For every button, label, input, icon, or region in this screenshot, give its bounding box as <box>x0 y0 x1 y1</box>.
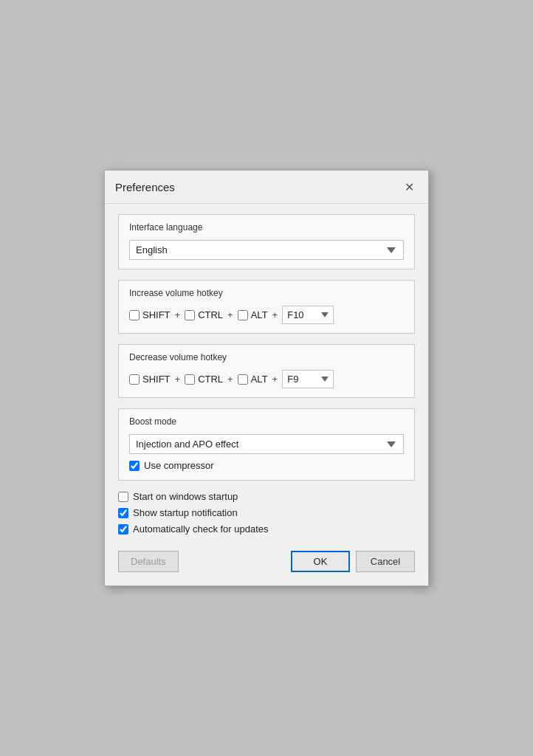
increase-key-select[interactable]: F1F2F3F4 F5F6F7F8 F9F10F11F12 <box>282 306 334 324</box>
ok-button[interactable]: OK <box>291 551 350 572</box>
decrease-alt-checkbox[interactable] <box>238 374 248 385</box>
startup-row: Start on windows startup <box>118 491 415 502</box>
decrease-hotkey-section: Decrease volume hotkey SHIFT + CTRL + AL… <box>118 344 415 398</box>
decrease-plus2: + <box>227 374 233 385</box>
decrease-ctrl-checkbox[interactable] <box>185 374 195 385</box>
dialog-body: Interface language English French German… <box>105 204 428 585</box>
decrease-hotkey-row: SHIFT + CTRL + ALT + F1F2F3F4 F5F6F7F8 F… <box>129 370 404 388</box>
decrease-shift-label: SHIFT <box>142 374 171 385</box>
startup-checkbox[interactable] <box>118 492 128 502</box>
interface-language-label: Interface language <box>129 222 404 233</box>
interface-language-section: Interface language English French German… <box>118 214 415 269</box>
button-row: Defaults OK Cancel <box>118 546 415 575</box>
boost-mode-section: Boost mode Injection and APO effect Inje… <box>118 408 415 481</box>
defaults-button[interactable]: Defaults <box>118 551 179 572</box>
boost-mode-select[interactable]: Injection and APO effect Injection only … <box>129 434 404 454</box>
decrease-ctrl-label: CTRL <box>198 374 223 385</box>
language-select[interactable]: English French German Spanish <box>129 240 404 260</box>
preferences-dialog: Preferences ✕ Interface language English… <box>104 170 429 586</box>
decrease-alt-label: ALT <box>251 374 268 385</box>
increase-hotkey-label: Increase volume hotkey <box>129 288 404 298</box>
decrease-ctrl-group: CTRL <box>185 374 223 385</box>
decrease-plus3: + <box>272 374 278 385</box>
decrease-hotkey-label: Decrease volume hotkey <box>129 352 404 362</box>
increase-alt-group: ALT <box>238 309 268 320</box>
increase-plus2: + <box>227 309 233 320</box>
increase-alt-label: ALT <box>251 309 268 320</box>
increase-plus1: + <box>175 309 181 320</box>
increase-alt-checkbox[interactable] <box>238 310 248 320</box>
decrease-shift-group: SHIFT <box>129 374 171 385</box>
decrease-key-select[interactable]: F1F2F3F4 F5F6F7F8 F9F10F11F12 <box>282 370 334 388</box>
updates-checkbox[interactable] <box>118 524 128 535</box>
updates-label: Automatically check for updates <box>133 523 269 535</box>
notification-label: Show startup notification <box>133 507 238 518</box>
notification-row: Show startup notification <box>118 507 415 518</box>
increase-shift-group: SHIFT <box>129 309 171 320</box>
decrease-plus1: + <box>175 374 181 385</box>
title-bar: Preferences ✕ <box>105 171 428 204</box>
close-button[interactable]: ✕ <box>400 178 418 196</box>
dialog-title: Preferences <box>115 181 175 193</box>
decrease-alt-group: ALT <box>238 374 268 385</box>
use-compressor-label: Use compressor <box>144 460 214 471</box>
updates-row: Automatically check for updates <box>118 523 415 535</box>
increase-shift-label: SHIFT <box>142 309 171 320</box>
increase-ctrl-group: CTRL <box>185 309 223 320</box>
increase-ctrl-label: CTRL <box>198 309 223 320</box>
boost-mode-label: Boost mode <box>129 416 404 427</box>
notification-checkbox[interactable] <box>118 508 128 518</box>
increase-hotkey-row: SHIFT + CTRL + ALT + F1F2F3F4 F5F6F7F8 F… <box>129 306 404 324</box>
standalone-checks: Start on windows startup Show startup no… <box>118 491 415 535</box>
increase-ctrl-checkbox[interactable] <box>185 310 195 320</box>
increase-shift-checkbox[interactable] <box>129 310 140 320</box>
decrease-shift-checkbox[interactable] <box>129 374 140 385</box>
increase-plus3: + <box>272 309 278 320</box>
use-compressor-checkbox[interactable] <box>129 461 140 471</box>
startup-label: Start on windows startup <box>133 491 238 502</box>
use-compressor-row: Use compressor <box>129 460 404 471</box>
cancel-button[interactable]: Cancel <box>356 551 415 572</box>
increase-hotkey-section: Increase volume hotkey SHIFT + CTRL + AL… <box>118 280 415 334</box>
